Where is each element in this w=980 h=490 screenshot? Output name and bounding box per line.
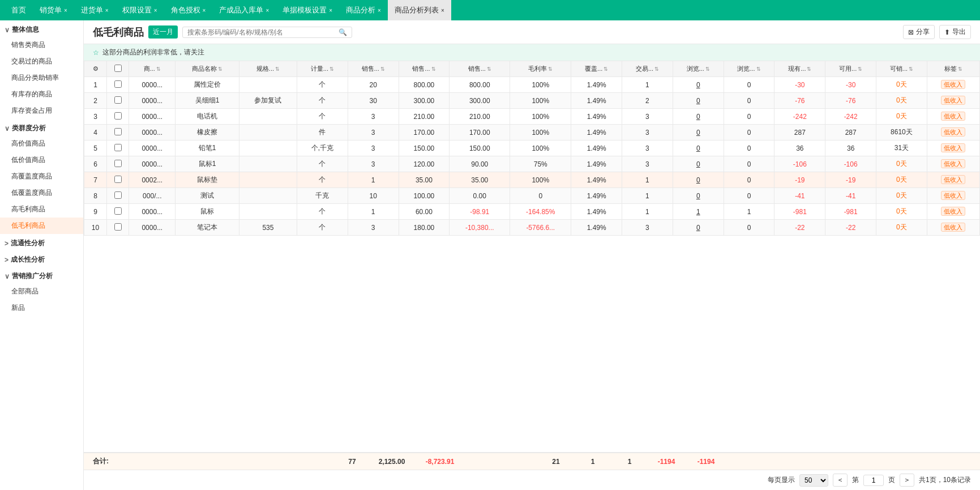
page-number-input[interactable] (863, 475, 884, 486)
browse1-link-8[interactable]: 1 (696, 208, 700, 216)
date-filter-btn[interactable]: 近一月 (148, 25, 178, 39)
col-sales-amt[interactable]: 销售...⇅ (399, 61, 450, 77)
sidebar-item-0-4[interactable]: 库存资金占用 (0, 103, 83, 119)
sidebar-group-3[interactable]: >成长性分析 (0, 250, 83, 267)
cell-browse1-4[interactable]: 0 (673, 140, 724, 156)
row-checkbox-8[interactable] (114, 207, 122, 215)
share-btn[interactable]: ⊠ 分享 (903, 25, 935, 39)
cell-browse1-6[interactable]: 0 (673, 172, 724, 188)
sidebar-item-1-0[interactable]: 高价值商品 (0, 135, 83, 152)
sidebar-item-4-1[interactable]: 新品 (0, 300, 83, 316)
row-checkbox-0[interactable] (114, 80, 122, 88)
col-code[interactable]: 商...⇅ (129, 61, 176, 77)
nav-close-单据模板设置[interactable]: × (329, 7, 332, 14)
col-trade[interactable]: 交易...⇅ (622, 61, 673, 77)
sidebar-group-0[interactable]: ∨整体信息 (0, 20, 83, 37)
nav-close-商品分析列表[interactable]: × (441, 7, 444, 14)
browse1-link-7[interactable]: 0 (696, 192, 700, 200)
cell-browse1-5[interactable]: 0 (673, 156, 724, 172)
cell-browse1-7[interactable]: 0 (673, 188, 724, 204)
search-input[interactable] (187, 28, 339, 36)
browse1-link-6[interactable]: 0 (696, 176, 700, 184)
browse1-link-2[interactable]: 0 (696, 113, 700, 121)
col-gross-rate[interactable]: 毛利率⇅ (510, 61, 571, 77)
col-saleable[interactable]: 可销...⇅ (876, 61, 927, 77)
cell-checkbox-3[interactable] (107, 125, 129, 140)
col-unit[interactable]: 计量...⇅ (297, 61, 348, 77)
browse1-link-4[interactable]: 0 (696, 144, 700, 152)
row-checkbox-7[interactable] (114, 191, 122, 199)
nav-close-销货单[interactable]: × (64, 7, 67, 14)
export-btn[interactable]: ⬆ 导出 (939, 25, 971, 39)
prev-page-btn[interactable]: ＜ (833, 474, 848, 487)
sidebar-item-4-0[interactable]: 全部商品 (0, 283, 83, 300)
col-browse1[interactable]: 浏览...⇅ (673, 61, 724, 77)
sidebar-group-4[interactable]: ∨营销推广分析 (0, 267, 83, 283)
sidebar-item-1-4[interactable]: 高毛利商品 (0, 201, 83, 218)
per-page-select[interactable]: 50 20 100 (799, 474, 828, 487)
cell-checkbox-1[interactable] (107, 93, 129, 109)
row-checkbox-6[interactable] (114, 176, 122, 183)
browse1-link-1[interactable]: 0 (696, 97, 700, 105)
row-checkbox-4[interactable] (114, 144, 122, 151)
sidebar-item-0-0[interactable]: 销售类商品 (0, 37, 83, 53)
row-checkbox-2[interactable] (114, 112, 122, 120)
nav-item-进货单[interactable]: 进货单× (74, 0, 115, 20)
row-checkbox-1[interactable] (114, 96, 122, 104)
cell-checkbox-9[interactable] (107, 220, 129, 236)
sidebar-item-1-1[interactable]: 低价值商品 (0, 152, 83, 168)
col-check[interactable] (107, 61, 129, 77)
nav-close-进货单[interactable]: × (105, 7, 109, 14)
nav-item-角色授权[interactable]: 角色授权× (164, 0, 213, 20)
col-current[interactable]: 现有...⇅ (774, 61, 825, 77)
cell-checkbox-0[interactable] (107, 77, 129, 93)
nav-item-销货单[interactable]: 销货单× (33, 0, 74, 20)
browse1-link-0[interactable]: 0 (696, 81, 700, 89)
nav-item-首页[interactable]: 首页 (5, 0, 33, 20)
nav-close-产成品入库单[interactable]: × (266, 7, 269, 14)
nav-close-角色授权[interactable]: × (203, 7, 206, 14)
cell-browse1-1[interactable]: 0 (673, 93, 724, 109)
col-settings[interactable]: ⚙ (84, 61, 107, 77)
cell-browse1-0[interactable]: 0 (673, 77, 724, 93)
sidebar-item-1-5[interactable]: 低毛利商品 (0, 218, 83, 234)
sidebar-item-0-3[interactable]: 有库存的商品 (0, 86, 83, 103)
col-name[interactable]: 商品名称⇅ (176, 61, 239, 77)
cell-browse1-2[interactable]: 0 (673, 109, 724, 125)
nav-item-权限设置[interactable]: 权限设置× (115, 0, 164, 20)
cell-browse1-8[interactable]: 1 (673, 204, 724, 220)
sidebar-group-1[interactable]: ∨类群度分析 (0, 119, 83, 135)
browse1-link-5[interactable]: 0 (696, 160, 700, 168)
sidebar-item-0-2[interactable]: 商品分类助销率 (0, 70, 83, 86)
cell-checkbox-5[interactable] (107, 156, 129, 172)
col-spec[interactable]: 规格...⇅ (239, 61, 297, 77)
row-checkbox-5[interactable] (114, 160, 122, 167)
next-page-btn[interactable]: ＞ (900, 474, 914, 487)
nav-close-商品分析[interactable]: × (378, 7, 381, 14)
cell-checkbox-8[interactable] (107, 204, 129, 220)
nav-item-商品分析列表[interactable]: 商品分析列表× (388, 0, 451, 20)
select-all-checkbox[interactable] (114, 65, 122, 72)
sidebar-item-1-2[interactable]: 高覆盖度商品 (0, 168, 83, 185)
row-checkbox-9[interactable] (114, 223, 122, 231)
cell-checkbox-7[interactable] (107, 188, 129, 204)
nav-item-产成品入库单[interactable]: 产成品入库单× (212, 0, 276, 20)
col-available[interactable]: 可用...⇅ (825, 61, 876, 77)
sidebar-item-1-3[interactable]: 低覆盖度商品 (0, 185, 83, 201)
sidebar-item-0-1[interactable]: 交易过的商品 (0, 53, 83, 70)
cell-checkbox-2[interactable] (107, 109, 129, 125)
cell-checkbox-6[interactable] (107, 172, 129, 188)
col-coverage[interactable]: 覆盖...⇅ (571, 61, 622, 77)
nav-item-商品分析[interactable]: 商品分析× (339, 0, 388, 20)
col-sales-profit[interactable]: 销售...⇅ (450, 61, 510, 77)
col-sales-qty[interactable]: 销售...⇅ (348, 61, 399, 77)
cell-browse1-3[interactable]: 0 (673, 125, 724, 140)
cell-browse1-9[interactable]: 0 (673, 220, 724, 236)
col-tag[interactable]: 标签⇅ (927, 61, 979, 77)
nav-close-权限设置[interactable]: × (154, 7, 157, 14)
browse1-link-9[interactable]: 0 (696, 224, 700, 232)
col-browse2[interactable]: 浏览...⇅ (724, 61, 774, 77)
browse1-link-3[interactable]: 0 (696, 129, 700, 137)
cell-checkbox-4[interactable] (107, 140, 129, 156)
nav-item-单据模板设置[interactable]: 单据模板设置× (276, 0, 339, 20)
